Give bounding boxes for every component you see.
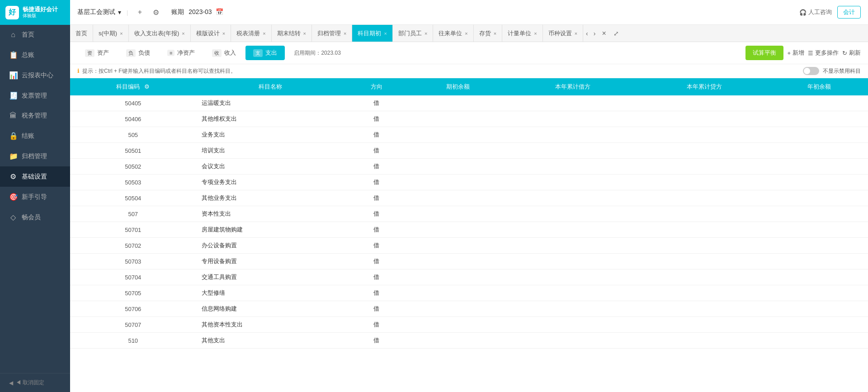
add-button[interactable]: + 新增: [787, 49, 804, 57]
sidebar-item-settings[interactable]: ⚙ 基础设置: [0, 166, 70, 187]
cell-direction: 借: [344, 175, 409, 190]
sidebar-item-invoice[interactable]: 🧾 发票管理: [0, 85, 70, 106]
table-row[interactable]: 50703 专用设备购置 借: [70, 254, 868, 269]
table-row[interactable]: 50501 培训支出 借: [70, 143, 868, 159]
topbar: 基层工会测试 ▾ | + ⚙ 账期 2023-03 📅 🎧 人工咨询 会计: [70, 0, 868, 25]
table-row[interactable]: 50704 交通工具购置 借: [70, 269, 868, 285]
tab-income[interactable]: 收入支出表(年报) ×: [129, 25, 191, 42]
subtab-assets[interactable]: 资 资产: [77, 46, 117, 60]
cell-name: 交通工具购置: [196, 269, 344, 285]
sidebar-collapse-button[interactable]: ◀ ◀ 取消固定: [0, 373, 70, 392]
sidebar-item-close[interactable]: 🔒 结账: [0, 126, 70, 146]
settings-button[interactable]: ⚙: [150, 6, 162, 19]
tab-dept-close-icon[interactable]: ×: [425, 31, 427, 36]
tab-template-close-icon[interactable]: ×: [222, 31, 225, 36]
sidebar-item-ledger[interactable]: 📋 总账: [0, 45, 70, 65]
cell-opening: [409, 333, 507, 349]
cell-direction: 借: [344, 254, 409, 269]
add-icon: +: [787, 50, 791, 57]
subtab-expenditure[interactable]: 支 支出: [245, 46, 285, 60]
sidebar-item-settings-label: 基础设置: [22, 173, 47, 181]
tab-inventory[interactable]: 存货 ×: [474, 25, 502, 42]
sidebar-item-reports[interactable]: 📊 云报表中心: [0, 65, 70, 85]
tab-trial-close-icon[interactable]: ×: [120, 31, 123, 36]
refresh-button[interactable]: ↻ 刷新: [842, 49, 861, 57]
tab-unit[interactable]: 计量单位 ×: [502, 25, 542, 42]
more-label: 更多操作: [815, 49, 839, 57]
table-row[interactable]: 50701 房屋建筑物购建 借: [70, 222, 868, 238]
tab-archive-close-icon[interactable]: ×: [344, 31, 346, 36]
cell-direction: 借: [344, 301, 409, 317]
cell-year-opening: [770, 333, 868, 349]
cell-name: 其他业务支出: [196, 190, 344, 206]
tab-template-label: 模版设计: [196, 29, 220, 38]
tab-home[interactable]: 首页: [70, 25, 93, 42]
cell-ytd-debit: [507, 285, 638, 301]
cell-direction: 借: [344, 95, 409, 111]
tab-subject-init-label: 科目期初: [358, 29, 381, 38]
cell-code: 50502: [70, 159, 196, 175]
tab-expand-button[interactable]: ⤢: [610, 25, 623, 42]
calendar-icon[interactable]: 📅: [216, 8, 223, 15]
calc-balance-button[interactable]: 试算平衡: [745, 46, 783, 60]
tab-currency[interactable]: 币种设置 ×: [543, 25, 583, 42]
tab-trial[interactable]: s(中期) ×: [93, 25, 129, 42]
sidebar-item-guide[interactable]: 🎯 新手引导: [0, 187, 70, 207]
sidebar-item-member[interactable]: ◇ 畅会员: [0, 207, 70, 227]
cell-ytd-debit: [507, 206, 638, 222]
add-project-button[interactable]: +: [133, 6, 146, 19]
toggle-switch[interactable]: [803, 67, 819, 75]
subtab-liabilities[interactable]: 负 负债: [118, 46, 158, 60]
table-row[interactable]: 50405 运温暖支出 借: [70, 95, 868, 111]
tab-taxbook[interactable]: 税表清册 ×: [231, 25, 271, 42]
sidebar-item-home[interactable]: ⌂ 首页: [0, 25, 70, 45]
table-row[interactable]: 505 业务支出 借: [70, 127, 868, 143]
cell-year-opening: [770, 301, 868, 317]
subtab-netassets[interactable]: ≡ 净资产: [160, 46, 203, 60]
table-row[interactable]: 507 资本性支出 借: [70, 206, 868, 222]
cell-ytd-debit: [507, 269, 638, 285]
sidebar-item-archive[interactable]: 📁 归档管理: [0, 146, 70, 166]
tab-period-end-label: 期末结转: [277, 29, 301, 38]
tab-template[interactable]: 模版设计 ×: [191, 25, 231, 42]
tab-period-end-close-icon[interactable]: ×: [303, 31, 306, 36]
tab-currency-close-icon[interactable]: ×: [575, 31, 577, 36]
tab-partner-close-icon[interactable]: ×: [465, 31, 467, 36]
tab-archive[interactable]: 归档管理 ×: [312, 25, 352, 42]
col-settings-icon[interactable]: ⚙: [144, 83, 150, 90]
tab-dept[interactable]: 部门员工 ×: [393, 25, 433, 42]
member-icon: ◇: [9, 213, 17, 222]
table-row[interactable]: 50504 其他业务支出 借: [70, 190, 868, 206]
table-row[interactable]: 50503 专项业务支出 借: [70, 175, 868, 190]
sidebar-item-tax[interactable]: 🏛 税务管理: [0, 106, 70, 126]
table-row[interactable]: 50702 办公设备购置 借: [70, 238, 868, 254]
project-selector[interactable]: 基层工会测试 ▾: [77, 8, 121, 16]
account-button[interactable]: 会计: [837, 6, 861, 19]
tab-period-end[interactable]: 期末结转 ×: [272, 25, 312, 42]
tab-home-label: 首页: [75, 29, 87, 38]
table-row[interactable]: 50705 大型修缮 借: [70, 285, 868, 301]
col-header-direction: 方向: [344, 78, 409, 95]
table-row[interactable]: 510 其他支出 借: [70, 333, 868, 349]
table-container: 科目编码 ⚙ 科目名称 方向 期初余额 本年累计借方 本年累计贷方 年初余额 5…: [70, 78, 868, 392]
tab-subject-init[interactable]: 科目期初 ×: [352, 25, 392, 42]
tab-taxbook-close-icon[interactable]: ×: [263, 31, 265, 36]
tab-next-button[interactable]: ›: [591, 25, 599, 42]
tab-subject-init-close-icon[interactable]: ×: [384, 31, 387, 36]
tab-inventory-close-icon[interactable]: ×: [494, 31, 496, 36]
cell-opening: [409, 222, 507, 238]
tab-income-close-icon[interactable]: ×: [182, 31, 184, 36]
tab-unit-close-icon[interactable]: ×: [534, 31, 537, 36]
table-row[interactable]: 50706 信息网络购建 借: [70, 301, 868, 317]
cell-ytd-debit: [507, 317, 638, 333]
table-row[interactable]: 50707 其他资本性支出 借: [70, 317, 868, 333]
tab-prev-button[interactable]: ‹: [583, 25, 591, 42]
support-button[interactable]: 🎧 人工咨询: [799, 8, 832, 16]
more-button[interactable]: ☰ 更多操作: [808, 49, 839, 57]
table-row[interactable]: 50502 会议支出 借: [70, 159, 868, 175]
tab-close-all-button[interactable]: ×: [598, 25, 609, 42]
cell-year-opening: [770, 285, 868, 301]
tab-partner[interactable]: 往来单位 ×: [433, 25, 473, 42]
table-row[interactable]: 50406 其他维权支出 借: [70, 111, 868, 127]
subtab-income[interactable]: 收 收入: [204, 46, 244, 60]
